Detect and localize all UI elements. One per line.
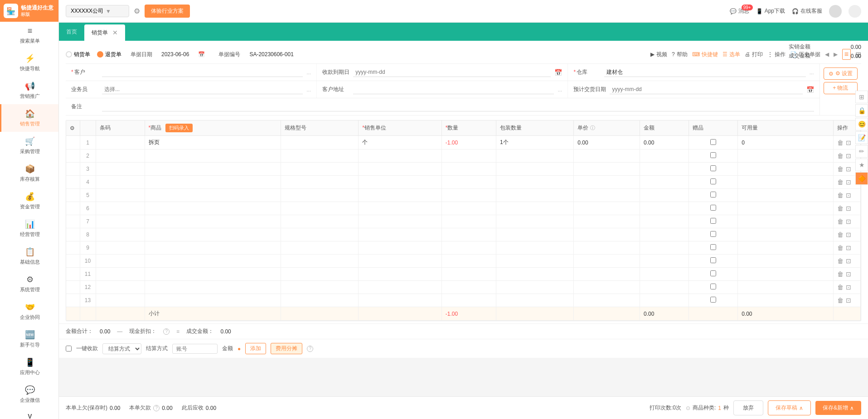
- delete-icon-3[interactable]: 🗑: [837, 165, 844, 173]
- payment-method-select[interactable]: 结算方式: [102, 343, 141, 354]
- logistics-btn[interactable]: + 物流: [824, 82, 858, 94]
- copy-icon-11[interactable]: ⊡: [846, 270, 851, 278]
- copy-icon-3[interactable]: ⊡: [846, 165, 851, 173]
- gift-checkbox-8[interactable]: [710, 231, 716, 237]
- right-tool-note[interactable]: 📝: [855, 131, 868, 144]
- sidebar-item-guide[interactable]: 🆕 新手引导: [0, 325, 58, 353]
- abandon-btn[interactable]: 放弃: [733, 400, 763, 415]
- copy-icon-13[interactable]: ⊡: [846, 297, 851, 304]
- gift-checkbox-3[interactable]: [710, 165, 716, 171]
- customer-input[interactable]: [102, 67, 303, 77]
- gift-checkbox-5[interactable]: [710, 192, 716, 197]
- sidebar-item-appcenter[interactable]: 📱 应用中心: [0, 353, 58, 380]
- sidebar-item-search[interactable]: ≡ 搜索菜单: [0, 22, 58, 49]
- sidebar-item-operations[interactable]: 📊 经营管理: [0, 215, 58, 242]
- customer-addr-input[interactable]: [353, 85, 554, 94]
- payment-due-calendar-icon[interactable]: 📅: [554, 69, 562, 76]
- sidebar-item-sales[interactable]: 🏠 销售管理: [0, 104, 58, 132]
- payment-account-input[interactable]: [172, 344, 218, 354]
- sidebar-item-purchase[interactable]: 🛒 采购管理: [0, 132, 58, 159]
- toolbar-help-btn[interactable]: ? 帮助: [672, 51, 688, 58]
- delete-icon-5[interactable]: 🗑: [837, 192, 844, 199]
- sidebar-item-marketing[interactable]: 📢 营销推广: [0, 77, 58, 104]
- gift-checkbox-10[interactable]: [710, 257, 716, 263]
- toolbar-shortcut-btn[interactable]: ⌨ 快捷键: [692, 51, 718, 58]
- toolbar-video-btn[interactable]: ▶ 视频: [650, 51, 667, 58]
- copy-icon-7[interactable]: ⊡: [846, 218, 851, 225]
- save-draft-btn[interactable]: 保存草稿 ∧: [768, 400, 811, 415]
- toolbar-select-btn[interactable]: ☰ 选单: [723, 51, 740, 58]
- gift-checkbox-13[interactable]: [710, 297, 716, 303]
- message-btn[interactable]: 💬 消息 99+: [730, 7, 749, 15]
- warehouse-input[interactable]: [604, 67, 805, 77]
- settings-btn[interactable]: ⚙ ⚙ 设置: [824, 67, 858, 80]
- copy-icon-4[interactable]: ⊡: [846, 178, 851, 186]
- copy-icon-12[interactable]: ⊡: [846, 284, 851, 291]
- app-download-btn[interactable]: 📱 App下载: [756, 7, 785, 15]
- sidebar-item-member[interactable]: V 畅会员: [0, 408, 58, 419]
- delete-icon-12[interactable]: 🗑: [837, 284, 844, 291]
- sidebar-item-corp[interactable]: 🤝 企业协同: [0, 298, 58, 325]
- fee-split-btn[interactable]: 费用分摊: [271, 343, 302, 354]
- gift-checkbox-1[interactable]: [710, 139, 716, 145]
- warehouse-dots[interactable]: ...: [810, 69, 814, 76]
- toolbar-print-btn[interactable]: 🖨 打印: [745, 51, 763, 58]
- copy-icon-1[interactable]: ⊡: [846, 139, 851, 146]
- gift-checkbox-4[interactable]: [710, 178, 716, 184]
- tab-home[interactable]: 首页: [59, 23, 84, 41]
- arrears-help-icon[interactable]: ?: [153, 405, 160, 411]
- remark-input[interactable]: [102, 102, 814, 111]
- gift-checkbox-2[interactable]: [710, 152, 716, 158]
- trial-button[interactable]: 体验行业方案: [145, 5, 190, 18]
- delete-icon-7[interactable]: 🗑: [837, 218, 844, 225]
- gift-checkbox-6[interactable]: [710, 205, 716, 211]
- gift-checkbox-11[interactable]: [710, 270, 716, 276]
- sidebar-item-basic[interactable]: 📋 基础信息: [0, 242, 58, 270]
- sidebar-item-wechat[interactable]: 💬 企业微信: [0, 380, 58, 408]
- copy-icon-5[interactable]: ⊡: [846, 192, 851, 199]
- delete-icon-6[interactable]: 🗑: [837, 205, 844, 212]
- delete-icon-11[interactable]: 🗑: [837, 270, 844, 278]
- fee-help-icon[interactable]: ?: [307, 346, 313, 352]
- right-tool-orange[interactable]: 🔶: [855, 172, 868, 185]
- salesperson-dots[interactable]: ...: [306, 87, 311, 93]
- one-click-checkbox[interactable]: [66, 346, 72, 352]
- gift-checkbox-9[interactable]: [710, 244, 716, 250]
- copy-icon-2[interactable]: ⊡: [846, 152, 851, 159]
- copy-icon-6[interactable]: ⊡: [846, 205, 851, 212]
- header-gear-icon[interactable]: ⚙: [134, 7, 140, 15]
- add-payment-btn[interactable]: 添加: [245, 343, 266, 354]
- company-selector[interactable]: XXXXXX公司 ▼: [66, 5, 129, 17]
- service-btn[interactable]: 🎧 在线客服: [792, 7, 822, 15]
- user-avatar[interactable]: [829, 5, 842, 18]
- tab-sales-order[interactable]: 销货单 ✕: [84, 24, 125, 41]
- right-tool-star[interactable]: ★: [855, 159, 868, 171]
- discount-help-icon[interactable]: ?: [163, 328, 170, 335]
- copy-icon-9[interactable]: ⊡: [846, 244, 851, 251]
- delivery-date-input[interactable]: [610, 85, 802, 94]
- radio-return[interactable]: 退货单: [97, 51, 121, 58]
- delete-icon-4[interactable]: 🗑: [837, 178, 844, 186]
- user-avatar2[interactable]: [849, 5, 861, 18]
- right-tool-edit[interactable]: ✏: [855, 145, 868, 158]
- delete-icon-10[interactable]: 🗑: [837, 257, 844, 265]
- delete-icon-2[interactable]: 🗑: [837, 152, 844, 159]
- sidebar-item-system[interactable]: ⚙ 系统管理: [0, 270, 58, 298]
- gift-checkbox-7[interactable]: [710, 218, 716, 224]
- scan-btn[interactable]: 扫码录入: [165, 124, 193, 132]
- sidebar-item-inventory[interactable]: 📦 库存核算: [0, 159, 58, 187]
- toolbar-ops-btn[interactable]: ⋮ 操作: [767, 51, 786, 58]
- delete-icon-1[interactable]: 🗑: [837, 139, 844, 146]
- tab-close-icon[interactable]: ✕: [112, 29, 118, 36]
- gift-checkbox-12[interactable]: [710, 284, 716, 289]
- radio-sales[interactable]: 销货单: [66, 51, 90, 58]
- calendar-icon[interactable]: 📅: [198, 51, 205, 58]
- payment-due-input[interactable]: [353, 67, 551, 77]
- sidebar-item-quicknav[interactable]: ⚡ 快捷导航: [0, 49, 58, 77]
- delete-icon-13[interactable]: 🗑: [837, 297, 844, 304]
- sidebar-item-finance[interactable]: 💰 资金管理: [0, 187, 58, 215]
- copy-icon-10[interactable]: ⊡: [846, 257, 851, 265]
- right-tool-lock[interactable]: 🔒: [855, 104, 868, 117]
- copy-icon-8[interactable]: ⊡: [846, 231, 851, 238]
- salesperson-input[interactable]: [102, 85, 303, 94]
